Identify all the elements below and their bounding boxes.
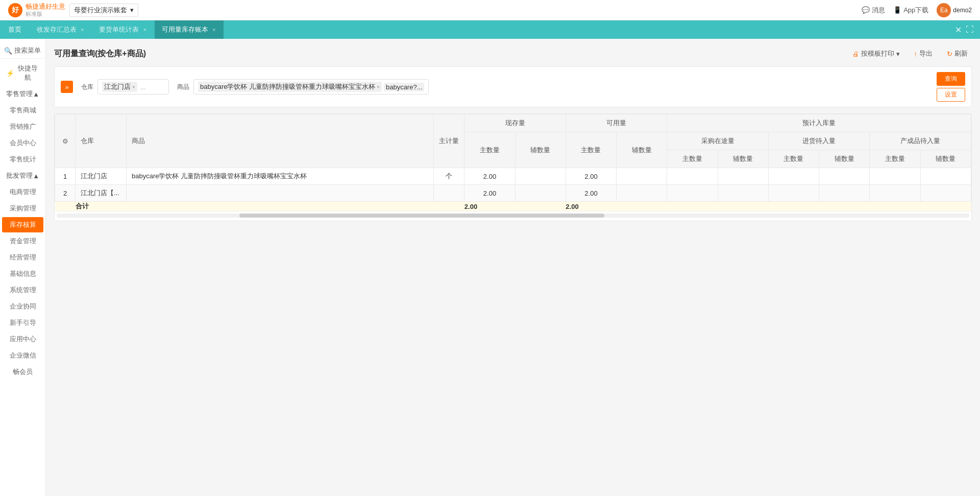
sidebar-item-retail-stats[interactable]: 零售统计: [2, 152, 43, 167]
sidebar-item-app-center[interactable]: 应用中心: [2, 332, 43, 347]
fullscreen-icon[interactable]: ⛶: [966, 25, 974, 34]
filter-expand-btn[interactable]: »: [61, 81, 73, 93]
sidebar-item-quick-nav[interactable]: ⚡ 快捷导航: [2, 61, 43, 85]
sidebar-item-system[interactable]: 系统管理: [2, 282, 43, 298]
sidebar-item-marketing[interactable]: 营销推广: [2, 119, 43, 134]
th-available: 可用量: [566, 114, 667, 132]
warehouse-tag: 江北门店 ×: [102, 82, 137, 92]
product-filter-group: 商品 babycare学饮杯 儿童防摔防撞吸管杯重力球吸嘴杯宝宝水杯 × bab…: [177, 79, 429, 95]
th-incoming: 进货待入量: [768, 132, 870, 150]
cell-prod-aux: [920, 185, 971, 202]
sidebar-item-finance[interactable]: 资金管理: [2, 233, 43, 249]
cell-purchase-aux: [718, 185, 768, 202]
sidebar-item-chang-member[interactable]: 畅会员: [2, 364, 43, 380]
sidebar-item-enterprise-collab[interactable]: 企业协同: [2, 299, 43, 314]
page-actions: 🖨 按模板打印 ▾ ↑ 导出 ↻ 刷新: [848, 47, 972, 60]
page-header: 可用量查询(按仓库+商品) 🖨 按模板打印 ▾ ↑ 导出 ↻ 刷新: [54, 47, 972, 60]
warehouse-filter-group: 仓库 江北门店 × ...: [81, 79, 169, 95]
refresh-btn[interactable]: ↻ 刷新: [943, 47, 972, 60]
cell-unit: 个: [434, 168, 464, 185]
industry-selector[interactable]: 母婴行业演示账套 ▾: [69, 4, 138, 17]
cell-unit: [434, 185, 464, 202]
app-download-btn[interactable]: 📱 App下载: [893, 6, 928, 15]
cell-current-main: 2.00: [464, 185, 515, 202]
tab-home[interactable]: 首页: [0, 20, 30, 39]
cell-purchase-aux: [718, 168, 768, 185]
cell-purchase-main: [667, 168, 718, 185]
chevron-icon: ▲: [33, 172, 39, 180]
tab-close-available-stock[interactable]: ×: [211, 26, 216, 33]
sidebar-item-wholesale-mgmt[interactable]: 批发管理 ▲: [2, 168, 43, 183]
cell-num: 1: [55, 168, 76, 185]
sidebar-search[interactable]: 🔍 搜索菜单: [0, 43, 45, 59]
print-btn[interactable]: 🖨 按模板打印 ▾: [848, 47, 904, 60]
th-production: 产成品待入量: [870, 132, 971, 150]
warehouse-tag-remove[interactable]: ×: [132, 84, 135, 90]
cell-product: [127, 185, 434, 202]
cell-avail-main: 2.00: [566, 185, 616, 202]
th-purchase-transit: 采购在途量: [667, 132, 769, 150]
filter-bar: » 仓库 江北门店 × ... 商品 babycare学饮杯 儿童防摔防撞吸管杯…: [54, 66, 972, 107]
product-input[interactable]: babycare学饮杯 儿童防摔防撞吸管杯重力球吸嘴杯宝宝水杯 × babyca…: [193, 79, 429, 95]
th-unit: 主计量: [434, 114, 464, 168]
tab-item-receive-summary[interactable]: 收发存汇总表 ×: [30, 20, 92, 39]
tab-close-receive-summary[interactable]: ×: [80, 26, 85, 33]
footer-avail-main: 2.00: [566, 202, 616, 211]
cell-incoming-main: [768, 168, 819, 185]
th-purchase-aux: 辅数量: [718, 150, 768, 168]
tab-close-order-stats[interactable]: ×: [142, 26, 147, 33]
sidebar-item-operations[interactable]: 经营管理: [2, 250, 43, 265]
cell-warehouse: 江北门店: [76, 168, 127, 185]
print-icon: 🖨: [852, 50, 859, 58]
th-avail-aux: 辅数量: [617, 132, 667, 168]
th-purchase-main: 主数量: [667, 150, 718, 168]
user-area[interactable]: Ea demo2: [937, 3, 972, 17]
th-prod-main: 主数量: [870, 150, 920, 168]
cell-purchase-main: [667, 185, 718, 202]
export-btn[interactable]: ↑ 导出: [910, 47, 937, 60]
sidebar-item-inventory[interactable]: 库存核算: [2, 217, 43, 232]
cell-avail-aux: [617, 168, 667, 185]
footer-label: 合计: [76, 202, 127, 211]
sidebar-item-new-guide[interactable]: 新手引导: [2, 315, 43, 330]
cell-product: babycare学饮杯 儿童防摔防撞吸管杯重力球吸嘴杯宝宝水杯: [127, 168, 434, 185]
table-row: 2 江北门店【... 2.00 2.00: [55, 185, 971, 202]
th-avail-main: 主数量: [566, 132, 616, 168]
th-gear[interactable]: ⚙: [55, 114, 76, 168]
message-btn[interactable]: 💬 消息: [862, 6, 885, 15]
cell-current-aux: [515, 185, 566, 202]
sidebar-item-enterprise-wechat[interactable]: 企业微信: [2, 348, 43, 363]
sidebar-item-basic-info[interactable]: 基础信息: [2, 266, 43, 281]
th-current-main: 主数量: [464, 132, 515, 168]
gear-icon[interactable]: ⚙: [62, 137, 68, 145]
template-tag: 标准版: [26, 11, 65, 17]
top-bar-left: 好 畅捷通好生意 标准版 母婴行业演示账套 ▾: [8, 3, 138, 17]
horizontal-scrollbar[interactable]: [57, 214, 969, 218]
table-container: ⚙ 仓库 商品 主计量 现存量 可用量 预计入库量 主数量 辅数量 主数量 辅数…: [54, 113, 972, 221]
product-tag1-remove[interactable]: ×: [377, 84, 380, 90]
logo-icon: 好: [8, 3, 22, 17]
tab-item-available-stock[interactable]: 可用量库存账本 ×: [155, 20, 224, 39]
th-forecast: 预计入库量: [667, 114, 971, 132]
th-current-aux: 辅数量: [515, 132, 566, 168]
settings-button[interactable]: 设置: [937, 88, 965, 102]
scrollbar-thumb: [239, 214, 604, 218]
tab-item-order-stats[interactable]: 要货单统计表 ×: [92, 20, 154, 39]
warehouse-ellipsis[interactable]: ...: [140, 83, 146, 91]
sidebar-item-purchase[interactable]: 采购管理: [2, 201, 43, 216]
sidebar-item-retail-mgmt[interactable]: 零售管理 ▲: [2, 86, 43, 102]
cell-avail-main: 2.00: [566, 168, 616, 185]
sidebar-item-ecommerce[interactable]: 电商管理: [2, 184, 43, 200]
chevron-icon: ▲: [33, 90, 39, 98]
sidebar-item-retail-mall[interactable]: 零售商城: [2, 103, 43, 118]
sidebar-item-member-center[interactable]: 会员中心: [2, 135, 43, 151]
close-window-icon[interactable]: ✕: [955, 25, 962, 35]
scrollbar-area: [55, 211, 971, 221]
top-bar-right: 💬 消息 📱 App下载 Ea demo2: [862, 3, 972, 17]
footer-current-main: 2.00: [464, 202, 515, 211]
query-button[interactable]: 查询: [937, 72, 965, 86]
cell-num: 2: [55, 185, 76, 202]
cell-incoming-aux: [819, 168, 870, 185]
warehouse-input[interactable]: 江北门店 × ...: [97, 79, 169, 95]
th-warehouse: 仓库: [76, 114, 127, 168]
